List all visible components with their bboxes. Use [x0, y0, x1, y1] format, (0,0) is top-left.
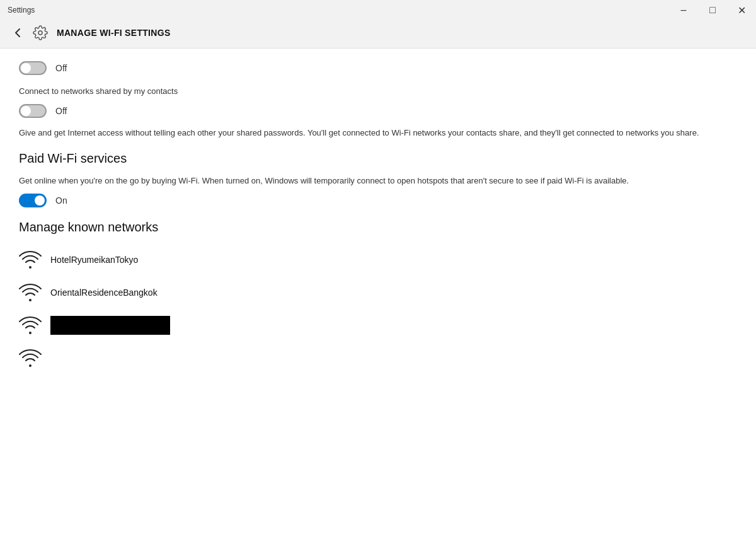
- manage-networks-title: Manage known networks: [19, 220, 737, 235]
- toggle-3[interactable]: [19, 194, 47, 207]
- network-item-3: [19, 309, 737, 342]
- network-item-4: [19, 342, 737, 375]
- wifi-icon-4: [19, 347, 42, 369]
- network-name-2: OrientalResidenceBangkok: [50, 288, 158, 298]
- network-item-1: HotelRyumeikanTokyo: [19, 243, 737, 276]
- toggle-1[interactable]: [19, 61, 47, 75]
- content-area: Off Connect to networks shared by my con…: [0, 49, 756, 546]
- toggle-row-3: On: [19, 194, 737, 207]
- wifi-icon-2: [19, 281, 42, 304]
- paid-wifi-info: Get online when you're on the go by buyi…: [19, 175, 737, 187]
- toggle-2-label: Off: [55, 106, 67, 116]
- manage-networks-section: Manage known networks HotelRyumeikanToky…: [19, 220, 737, 375]
- toggle-row-2: Off: [19, 104, 737, 118]
- title-bar-left: Settings: [8, 6, 35, 15]
- header: MANAGE WI-FI SETTINGS: [0, 20, 756, 49]
- wifi-icon-1: [19, 248, 42, 271]
- title-bar: Settings – □ ✕: [0, 0, 756, 20]
- page-title: MANAGE WI-FI SETTINGS: [57, 28, 171, 38]
- shared-info-text: Give and get Internet access without tel…: [19, 127, 737, 139]
- maximize-button[interactable]: □: [698, 0, 727, 20]
- back-button[interactable]: [13, 27, 24, 38]
- toggle-2[interactable]: [19, 104, 47, 118]
- title-bar-title: Settings: [8, 6, 35, 15]
- network-name-1: HotelRyumeikanTokyo: [50, 255, 138, 265]
- toggle-row-1: Off: [19, 61, 737, 75]
- toggle-1-label: Off: [55, 63, 67, 73]
- connect-networks-label: Connect to networks shared by my contact…: [19, 85, 737, 98]
- paid-wifi-title: Paid Wi-Fi services: [19, 151, 737, 166]
- setting-section-1: Off: [19, 61, 737, 75]
- back-icon: [13, 27, 24, 38]
- redacted-network-name: [50, 316, 170, 335]
- close-button[interactable]: ✕: [727, 0, 756, 20]
- toggle-1-thumb: [21, 63, 31, 73]
- paid-wifi-section: Paid Wi-Fi services Get online when you'…: [19, 151, 737, 207]
- toggle-2-thumb: [21, 106, 31, 116]
- wifi-icon-3: [19, 314, 42, 337]
- title-bar-controls: – □ ✕: [669, 0, 756, 20]
- gear-icon: [33, 25, 48, 40]
- setting-section-2: Connect to networks shared by my contact…: [19, 85, 737, 139]
- network-item-2: OrientalResidenceBangkok: [19, 276, 737, 309]
- toggle-3-label: On: [55, 195, 67, 206]
- toggle-3-thumb: [35, 195, 45, 206]
- minimize-button[interactable]: –: [669, 0, 698, 20]
